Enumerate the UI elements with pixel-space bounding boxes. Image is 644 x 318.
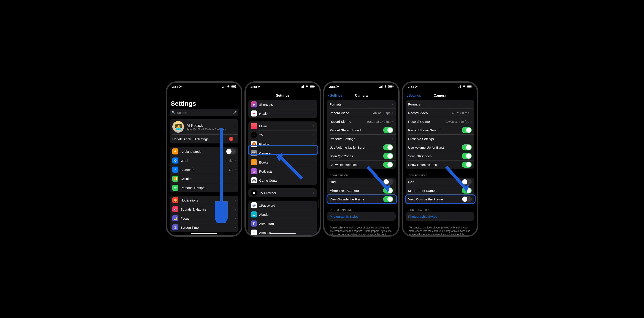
health-icon: ♥ [251, 110, 257, 116]
podcasts-row[interactable]: ⦿ Podcasts › [248, 167, 317, 176]
music-row[interactable]: ♪ Music › [248, 121, 317, 130]
svg-rect-31 [460, 85, 461, 88]
svg-rect-25 [393, 86, 394, 87]
focus-row[interactable]: 🌙 Focus › [170, 214, 238, 223]
svg-rect-2 [224, 86, 224, 88]
mic-icon[interactable]: 🎤 [232, 111, 237, 115]
sounds-row[interactable]: 🔊 Sounds & Haptics › [170, 205, 238, 214]
row-label: Airplane Mode [180, 150, 226, 153]
chevron-right-icon: › [470, 102, 472, 106]
books-row[interactable]: 📙 Books › [248, 158, 317, 167]
airplane-mode-row[interactable]: ✈︎ Airplane Mode [170, 147, 238, 156]
update-label: Update Apple ID Settings [172, 137, 229, 141]
abode-row[interactable]: ▲ Abode › [248, 210, 317, 219]
row-label: TV Provider [259, 191, 313, 195]
signal-icon [379, 85, 383, 88]
row-label: Music [259, 124, 313, 128]
view-outside-row: View Outside the Frame [406, 195, 474, 203]
record-slomo-row[interactable]: Record Slo-mo1080p at 240 fps› [406, 117, 474, 126]
detected-row: Show Detected Text [406, 160, 474, 169]
volburst-toggle[interactable] [462, 144, 472, 150]
svg-rect-0 [222, 87, 223, 88]
notch [344, 83, 378, 89]
row-label: Formats [330, 102, 392, 106]
row-label: 1Password [259, 204, 313, 207]
formats-row[interactable]: Formats› [406, 100, 474, 108]
photo-capture-header: Photo Capture [327, 207, 396, 212]
view-outside-toggle[interactable] [462, 196, 472, 202]
row-label: View Outside the Frame [330, 197, 383, 201]
home-indicator[interactable] [191, 233, 217, 234]
grid-toggle[interactable] [462, 179, 472, 185]
qr-toggle[interactable] [462, 153, 472, 159]
styles-row[interactable]: Photographic Styles [406, 212, 474, 221]
1password-icon: ⓪ [251, 202, 257, 208]
stereo-toggle[interactable] [462, 127, 472, 133]
chevron-right-icon: › [234, 216, 236, 221]
gamecenter-row[interactable]: 🎮 Game Center › [248, 176, 317, 185]
apple-id-row[interactable]: 🧑‍💻 M Potuck Apple ID, iCloud, Media & P… [170, 119, 238, 134]
hotspot-row[interactable]: ⊚ Personal Hotspot › [170, 183, 238, 192]
row-label: Show Detected Text [408, 163, 462, 167]
phone-camera-view-off: 2:58➤ ‹Settings Camera Formats› Record V… [402, 81, 478, 237]
row-label: Photos [259, 142, 313, 146]
chevron-right-icon: › [234, 176, 236, 181]
notifications-row[interactable]: 🔔 Notifications › [170, 196, 238, 205]
detected-toggle[interactable] [383, 162, 393, 168]
tvprovider-row[interactable]: ▣ TV Provider › [248, 188, 317, 197]
formats-row[interactable]: Formats› [327, 100, 396, 108]
health-row[interactable]: ♥ Health › [248, 109, 317, 118]
row-label: Preserve Settings [408, 137, 470, 141]
row-label: Adventure [259, 222, 313, 225]
chevron-right-icon: › [313, 212, 314, 217]
svg-rect-14 [310, 85, 314, 87]
chevron-right-icon: › [234, 207, 236, 211]
row-label: Health [259, 112, 313, 115]
chevron-right-icon: › [313, 151, 314, 155]
detected-row: Show Detected Text [327, 160, 396, 169]
tv-row[interactable]: tv TV › [248, 130, 317, 140]
record-video-row[interactable]: Record Video4K at 60 fps› [406, 108, 474, 117]
record-slomo-row[interactable]: Record Slo-mo1080p at 240 fps› [327, 117, 396, 126]
preserve-row[interactable]: Preserve Settings› [327, 134, 396, 143]
mirror-toggle[interactable] [462, 187, 472, 194]
stereo-toggle[interactable] [383, 127, 393, 133]
search-input[interactable]: 🔍 Search 🎤 [170, 109, 238, 116]
shortcuts-row[interactable]: ◆ Shortcuts › [248, 100, 317, 109]
profile-name: M Potuck [186, 123, 234, 128]
qr-toggle[interactable] [383, 153, 393, 159]
volburst-toggle[interactable] [383, 144, 393, 150]
svg-rect-21 [381, 86, 382, 88]
moon-icon: 🌙 [172, 215, 178, 221]
grid-toggle[interactable] [383, 179, 393, 185]
styles-row[interactable]: Photographic Styles [327, 212, 396, 221]
mirror-toggle[interactable] [383, 187, 393, 194]
1password-row[interactable]: ⓪ 1Password › [248, 201, 317, 210]
volburst-row: Use Volume Up for Burst [406, 143, 474, 152]
home-indicator[interactable] [270, 233, 296, 234]
adventure-row[interactable]: ◧ Adventure › [248, 219, 317, 228]
photos-row[interactable]: 🏵️ Photos › [248, 140, 317, 149]
camera-row[interactable]: 📷 Camera › [248, 149, 317, 158]
row-label: Wi-Fi [180, 159, 225, 162]
view-outside-toggle[interactable] [383, 196, 393, 202]
wifi-row[interactable]: ⊚ Wi-Fi Tucks › [170, 156, 238, 165]
preserve-row[interactable]: Preserve Settings› [406, 134, 474, 143]
detected-toggle[interactable] [462, 162, 472, 168]
nav-title: Camera [355, 94, 368, 97]
row-label: Record Stereo Sound [330, 128, 383, 132]
record-video-row[interactable]: Record Video4K at 60 fps› [327, 108, 396, 117]
airplane-toggle[interactable] [226, 148, 236, 154]
cellular-row[interactable]: 📶 Cellular › [170, 174, 238, 183]
screen-time-row[interactable]: ⏳ Screen Time › [170, 223, 238, 232]
update-apple-id-row[interactable]: Update Apple ID Settings 1 › [170, 134, 238, 143]
back-button[interactable]: ‹Settings [328, 93, 342, 98]
scroll-indicator[interactable] [318, 199, 319, 208]
bluetooth-row[interactable]: ᛒ Bluetooth On › [170, 165, 238, 174]
back-button[interactable]: ‹Settings [406, 93, 421, 98]
amazon-row[interactable]: ᵃ Amazon › [248, 228, 317, 235]
styles-footer: Personalize the look of your photos by b… [406, 225, 474, 235]
row-label: Preserve Settings [330, 137, 392, 141]
row-label: Sounds & Haptics [180, 208, 234, 211]
wifi-icon [305, 85, 308, 88]
